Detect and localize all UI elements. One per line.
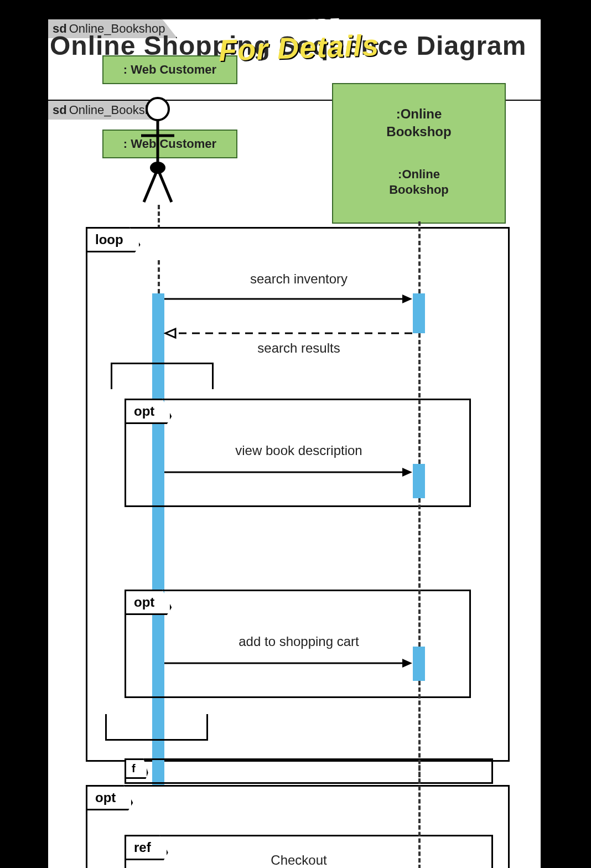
sd-name-inner: Online_Booksh [69,103,152,117]
arrow-search-results [164,328,413,339]
actor-icon [141,97,174,213]
bracket-open [111,363,214,389]
activation-bookshop-3 [413,647,425,681]
svg-point-5 [150,162,165,174]
loop-tab: loop [86,227,141,252]
activation-bookshop-1 [413,293,425,333]
lifeline-customer-top [158,260,160,293]
participant-inner-line2: Bookshop [333,183,505,197]
partial-ref-fragment: f [125,758,493,784]
activation-bookshop-2 [413,464,425,498]
svg-line-4 [158,169,172,202]
arrow-search-inventory [164,293,413,304]
msg-search-inventory: search inventory [199,271,398,287]
overlay-details-text[interactable]: For Details [218,28,380,68]
svg-marker-13 [402,659,412,668]
svg-marker-11 [402,468,412,477]
svg-marker-7 [402,294,412,303]
msg-search-results: search results [199,340,398,356]
lifeline-bookshop-top [418,227,421,293]
lifeline-bookshop-mid3 [418,681,421,868]
lifeline-bookshop-mid2 [418,498,421,647]
lifeline-bookshop-mid1 [418,333,421,464]
participant-box: :Online Bookshop :Online Bookshop [332,83,506,224]
ref1-tab: f [125,758,148,779]
svg-point-0 [147,98,169,120]
bracket-close [105,714,208,741]
participant-inner-line1: :Online [333,167,505,182]
msg-view-book: view book description [199,443,398,458]
participant-line2: Bookshop [333,124,505,140]
opt1-tab: opt [125,399,172,424]
outer-actor-label: : Web Customer [123,63,216,77]
msg-add-cart: add to shopping cart [199,634,398,649]
svg-line-3 [144,169,158,202]
sd-prefix-inner: sd [53,103,67,117]
outer-actor-box: : Web Customer [102,55,237,84]
opt3-tab: opt [86,785,133,810]
ref2-tab: ref [125,835,168,860]
msg-checkout: Checkout [199,852,398,868]
opt2-tab: opt [125,590,172,615]
participant-line1: :Online [333,106,505,122]
arrow-view-book [164,467,413,478]
arrow-add-cart [164,658,413,669]
svg-marker-9 [165,329,175,338]
